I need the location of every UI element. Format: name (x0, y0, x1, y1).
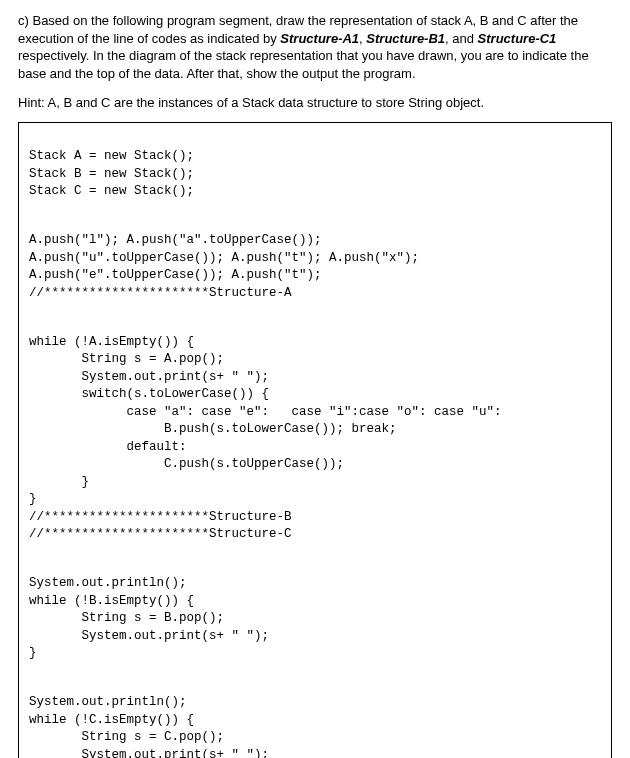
bold-structure-c1: Structure-C1 (478, 31, 557, 46)
bold-structure-a1: Structure-A1 (280, 31, 359, 46)
hint-text: Hint: A, B and C are the instances of a … (18, 94, 612, 112)
code-block-5: System.out.println(); while (!C.isEmpty(… (29, 694, 601, 758)
code-block-3: while (!A.isEmpty()) { String s = A.pop(… (29, 334, 601, 544)
question-rest: respectively. In the diagram of the stac… (18, 48, 589, 81)
code-block-2: A.push("l"); A.push("a".toUpperCase()); … (29, 232, 601, 302)
code-block-1: Stack A = new Stack(); Stack B = new Sta… (29, 148, 601, 201)
q-mid2: , and (445, 31, 478, 46)
question-label: c) (18, 13, 29, 28)
code-listing: Stack A = new Stack(); Stack B = new Sta… (18, 122, 612, 758)
question-prompt: c) Based on the following program segmen… (18, 12, 612, 82)
bold-structure-b1: Structure-B1 (366, 31, 445, 46)
code-block-4: System.out.println(); while (!B.isEmpty(… (29, 575, 601, 663)
